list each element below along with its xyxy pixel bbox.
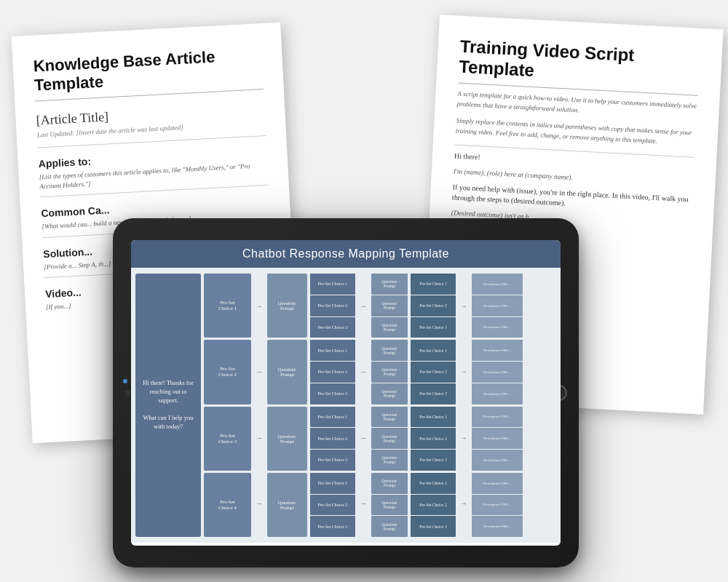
ps-2-2: Pre-Set Choice 2 <box>310 362 355 383</box>
dest-group-3: Destination URL... Destination URL... De… <box>472 407 523 471</box>
q2-2-1: Question/Prompt <box>371 340 408 361</box>
kb-title: Knowledge Base Article Template <box>33 45 264 101</box>
arrow-2-3: → <box>360 435 367 442</box>
q2-group-3: Question/Prompt Question/Prompt Question… <box>371 407 408 471</box>
dest-group-1: Destination URL... Destination URL... De… <box>472 274 523 338</box>
q2-4-2: Question/Prompt <box>371 495 408 516</box>
col-preset-groups-1: Pre-Set Choice 1 Pre-Set Choice 2 Pre-Se… <box>310 274 355 537</box>
tv-title: Training Video Script Template <box>458 36 700 96</box>
q2-2-2: Question/Prompt <box>371 362 408 383</box>
q2-2-3: Question/Prompt <box>371 383 408 404</box>
dest-1-3: Destination URL... <box>472 317 523 338</box>
dest-4-3: Destination URL... <box>472 516 523 537</box>
q-3: Question/Prompt <box>267 407 307 471</box>
ps-4-3: Pre-Set Choice 3 <box>310 516 355 537</box>
q2-1-3: Question/Prompt <box>371 317 408 338</box>
preset-group-3: Pre-Set Choice 1 Pre-Set Choice 2 Pre-Se… <box>310 407 355 471</box>
ipad-indicator <box>123 379 127 383</box>
choice-1: Pre-SetChoice 1 <box>204 274 251 338</box>
preset2-group-1: Pre-Set Choice 1 Pre-Set Choice 2 Pre-Se… <box>411 274 456 338</box>
dest-3-3: Destination URL... <box>472 450 523 471</box>
arrow-2: → <box>256 369 263 375</box>
q2-group-2: Question/Prompt Question/Prompt Question… <box>371 340 408 404</box>
col-questions-2: Question/Prompt Question/Prompt Question… <box>371 274 408 537</box>
q-4: Question/Prompt <box>267 473 307 537</box>
ps-1-3: Pre-Set Choice 3 <box>310 317 355 338</box>
ps-2-1: Pre-Set Choice 1 <box>310 340 355 361</box>
ps2-2-3: Pre-Set Choice 3 <box>411 383 456 404</box>
dest-group-2: Destination URL... Destination URL... De… <box>472 340 523 404</box>
arrow-3-4: → <box>461 501 467 507</box>
arrow-1: → <box>256 303 263 310</box>
dest-1-1: Destination URL... <box>472 274 523 295</box>
arrow-3-1: → <box>461 303 467 310</box>
preset2-group-3: Pre-Set Choice 1 Pre-Set Choice 2 Pre-Se… <box>411 407 456 471</box>
col-questions-1: Question/Prompt Question/Prompt Question… <box>267 274 307 537</box>
ps-3-1: Pre-Set Choice 1 <box>310 407 355 428</box>
ps-1-2: Pre-Set Choice 2 <box>310 295 355 316</box>
ps-4-2: Pre-Set Choice 2 <box>310 495 355 516</box>
ipad-screen: Chatbot Response Mapping Template Hi the… <box>131 240 561 546</box>
dest-2-3: Destination URL... <box>472 383 523 404</box>
choice-3: Pre-SetChoice 3 <box>204 407 251 471</box>
col-choices: Pre-SetChoice 1 Pre-SetChoice 2 Pre-SetC… <box>204 274 251 537</box>
ps-2-3: Pre-Set Choice 3 <box>310 383 355 404</box>
ps2-1-3: Pre-Set Choice 3 <box>411 317 456 338</box>
q2-3-3: Question/Prompt <box>371 450 408 471</box>
ps2-3-2: Pre-Set Choice 2 <box>411 428 456 449</box>
preset2-group-4: Pre-Set Choice 1 Pre-Set Choice 2 Pre-Se… <box>411 473 456 537</box>
ps-3-3: Pre-Set Choice 3 <box>310 450 355 471</box>
ps2-2-1: Pre-Set Choice 1 <box>411 340 456 361</box>
col-preset-groups-2: Pre-Set Choice 1 Pre-Set Choice 2 Pre-Se… <box>411 274 456 537</box>
ps-1-1: Pre-Set Choice 1 <box>310 274 355 295</box>
arrow-2-4: → <box>360 501 367 507</box>
greeting-text: Hi there! Thanks for reaching out to sup… <box>140 379 197 431</box>
ps2-1-2: Pre-Set Choice 2 <box>411 295 456 316</box>
q2-1-2: Question/Prompt <box>371 295 408 316</box>
choice-2: Pre-SetChoice 2 <box>204 340 251 404</box>
ipad: Chatbot Response Mapping Template Hi the… <box>113 218 579 567</box>
q2-group-1: Question/Prompt Question/Prompt Question… <box>371 274 408 338</box>
kb-divider <box>38 135 266 148</box>
q2-4-1: Question/Prompt <box>371 473 408 494</box>
ps-4-1: Pre-Set Choice 1 <box>310 473 355 494</box>
arrows-1: → → → → <box>254 274 264 537</box>
dest-2-2: Destination URL... <box>472 362 523 383</box>
scene: Knowledge Base Article Template [Article… <box>0 0 728 582</box>
preset-group-4: Pre-Set Choice 1 Pre-Set Choice 2 Pre-Se… <box>310 473 355 537</box>
dest-group-4: Destination URL... Destination URL... De… <box>472 473 523 537</box>
ps2-1-1: Pre-Set Choice 1 <box>411 274 456 295</box>
arrow-2-1: → <box>360 303 367 310</box>
chatbot-body: Hi there! Thanks for reaching out to sup… <box>131 268 561 543</box>
q2-3-1: Question/Prompt <box>371 407 408 428</box>
q-2: Question/Prompt <box>267 340 307 404</box>
arrows-3: → → → → <box>459 274 469 537</box>
q2-1-1: Question/Prompt <box>371 274 408 295</box>
dest-3-1: Destination URL... <box>472 407 523 428</box>
ipad-camera <box>124 390 130 396</box>
chatbot-header: Chatbot Response Mapping Template <box>131 240 561 268</box>
arrow-3-2: → <box>461 369 467 375</box>
preset2-group-2: Pre-Set Choice 1 Pre-Set Choice 2 Pre-Se… <box>411 340 456 404</box>
preset-group-2: Pre-Set Choice 1 Pre-Set Choice 2 Pre-Se… <box>310 340 355 404</box>
dest-3-2: Destination URL... <box>472 428 523 449</box>
ps2-4-1: Pre-Set Choice 1 <box>411 473 456 494</box>
q2-3-2: Question/Prompt <box>371 428 408 449</box>
chatbot-greeting: Hi there! Thanks for reaching out to sup… <box>135 274 201 537</box>
dest-4-2: Destination URL... <box>472 495 523 516</box>
dest-4-1: Destination URL... <box>472 473 523 494</box>
q-1: Question/Prompt <box>267 274 307 338</box>
ps2-2-2: Pre-Set Choice 2 <box>411 362 456 383</box>
arrow-2-2: → <box>360 369 367 375</box>
q2-group-4: Question/Prompt Question/Prompt Question… <box>371 473 408 537</box>
choice-4: Pre-SetChoice 4 <box>204 473 251 537</box>
q2-4-3: Question/Prompt <box>371 516 408 537</box>
ps-3-2: Pre-Set Choice 2 <box>310 428 355 449</box>
preset-group-1: Pre-Set Choice 1 Pre-Set Choice 2 Pre-Se… <box>310 274 355 338</box>
arrow-4: → <box>256 501 263 507</box>
ps2-4-2: Pre-Set Choice 2 <box>411 495 456 516</box>
dest-1-2: Destination URL... <box>472 295 523 316</box>
tv-desc2: Simply replace the contents in italics a… <box>455 116 696 148</box>
chatbot-grid: Hi there! Thanks for reaching out to sup… <box>135 274 556 537</box>
ps2-3-3: Pre-Set Choice 3 <box>411 450 456 471</box>
